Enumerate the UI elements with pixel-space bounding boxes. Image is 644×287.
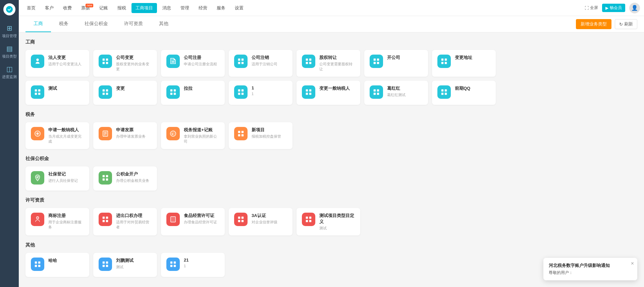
card-new-project[interactable]: 新项目 报税加税控盘保管 <box>229 122 292 149</box>
card-gehonghong[interactable]: 葛红红 葛红红测试 <box>364 81 428 105</box>
card-icon <box>31 258 44 271</box>
card-provident-fund[interactable]: 公积金开户 办理公积金相关业务 <box>93 166 157 191</box>
nav-billing[interactable]: 收费 <box>59 3 76 13</box>
card-icon <box>99 171 112 185</box>
nav-message[interactable]: 消息 <box>158 3 175 13</box>
section-title-xuke: 许可资质 <box>25 197 637 203</box>
card-company-register[interactable]: 公司注册 申请公司注册全流程 <box>161 50 225 77</box>
card-desc: 公司变更需要股权转让 <box>319 62 355 72</box>
card-icon <box>31 171 44 185</box>
svg-rect-29 <box>103 93 105 95</box>
card-name: 21 <box>184 258 219 263</box>
card-import-export[interactable]: 进出口权办理 适用于对外贸易经营者 <box>93 208 157 235</box>
fullscreen-icon: ⛶ <box>585 6 589 10</box>
sidebar-item-progress[interactable]: ◫ 进度监测 <box>0 62 19 82</box>
svg-rect-14 <box>309 62 311 64</box>
nav-settings[interactable]: 设置 <box>231 3 248 13</box>
new-type-button[interactable]: 新增业务类型 <box>576 19 611 29</box>
tab-other[interactable]: 其他 <box>151 16 176 32</box>
gongshang-cards-row2: 测试 变更 拉拉 <box>25 81 637 105</box>
card-desc: 拿到营业执照的新公司 <box>184 134 219 144</box>
card-3a-cert[interactable]: 3A认证 对企业信誉评级 <box>229 208 292 235</box>
card-icon <box>31 213 44 226</box>
svg-rect-3 <box>103 62 105 64</box>
svg-rect-21 <box>441 62 443 64</box>
project-manage-icon: ⊞ <box>5 23 14 33</box>
card-food-license[interactable]: 食品经营许可证 办理食品经营许可证 <box>161 208 225 235</box>
nav-invoice[interactable]: 票据 new <box>77 3 94 13</box>
card-tax-report[interactable]: ¥ 税务报道+记账 拿到营业执照的新公司 <box>161 122 225 149</box>
card-test[interactable]: 测试 <box>25 81 89 105</box>
card-num21[interactable]: 21 1 <box>161 253 225 277</box>
card-apply-tax[interactable]: 申请一般纳税人 当月或次月成变更完成 <box>25 122 89 149</box>
card-trademark[interactable]: 商标注册 用于企业商标注册服务 <box>25 208 89 235</box>
svg-rect-63 <box>106 175 108 177</box>
card-legal-change[interactable]: 法人变更 适用于公司变更法人 <box>25 50 89 77</box>
card-name: 公积金开户 <box>116 171 152 177</box>
tab-shuiwu[interactable]: 税务 <box>51 16 76 32</box>
sidebar-item-project-type[interactable]: ▤ 项目类型 <box>0 41 19 62</box>
nav-manage[interactable]: 管理 <box>176 3 193 13</box>
topnav-right: ⛶ 全屏 ▶ 畅会员 👤 <box>585 3 640 13</box>
card-company-change[interactable]: 公司变更 股权变更外的业务变更 <box>93 50 157 77</box>
svg-rect-4 <box>106 62 108 64</box>
refresh-button[interactable]: ↻ 刷新 <box>615 19 637 29</box>
card-name: 申请发票 <box>116 127 152 133</box>
svg-rect-34 <box>174 93 176 95</box>
card-desc: 葛红红测试 <box>387 92 423 97</box>
card-test-type[interactable]: 测试项目类型目定义 测试 <box>297 208 360 235</box>
tab-shebao[interactable]: 社保公积金 <box>76 16 116 32</box>
sub-header: 工商 税务 社保公积金 许可资质 其他 新增业务类型 ↻ 刷新 <box>19 16 644 32</box>
card-name: 法人变更 <box>48 55 84 61</box>
card-liupeng[interactable]: 刘鹏测试 测试 <box>93 253 157 277</box>
card-desc: 办理申请发票业务 <box>116 134 152 139</box>
card-lala[interactable]: 拉拉 <box>161 81 225 105</box>
nav-home[interactable]: 首页 <box>23 3 40 13</box>
card-name: 社保登记 <box>48 171 84 177</box>
nav-operation[interactable]: 经营 <box>195 3 211 13</box>
card-icon <box>302 213 315 226</box>
card-desc: 测试 <box>319 226 355 231</box>
card-icon <box>234 55 248 68</box>
vip-button[interactable]: ▶ 畅会员 <box>602 4 625 12</box>
svg-rect-64 <box>103 178 105 180</box>
svg-rect-70 <box>106 220 108 222</box>
card-social-insurance[interactable]: 社保登记 进行人员社保登记 <box>25 166 89 191</box>
nav-bizproject[interactable]: 工商项目 <box>131 3 157 13</box>
card-icon <box>234 85 248 99</box>
nav-tax[interactable]: 报税 <box>113 3 130 13</box>
app-logo[interactable] <box>3 3 15 15</box>
card-desc: 适用于对外贸易经营者 <box>116 220 152 230</box>
nav-service[interactable]: 服务 <box>213 3 229 13</box>
card-company-cancel[interactable]: 公司注销 适用于注销公司 <box>229 50 292 77</box>
nav-accounting[interactable]: 记账 <box>95 3 112 13</box>
svg-rect-82 <box>35 265 37 267</box>
svg-rect-26 <box>38 93 40 95</box>
nav-customer[interactable]: 客户 <box>41 3 58 13</box>
card-change-tax[interactable]: 变更一般纳税人 <box>297 81 360 105</box>
card-equity-transfer[interactable]: 股权转让 公司变更需要股权转让 <box>297 50 360 77</box>
card-change-address[interactable]: 变更地址 <box>432 50 496 77</box>
tab-gongshang[interactable]: 工商 <box>25 16 51 32</box>
svg-rect-62 <box>103 175 105 177</box>
sidebar-item-project-manage[interactable]: ⊞ 项目管理 <box>0 21 19 41</box>
card-num1[interactable]: 1 1 <box>229 81 292 105</box>
svg-rect-12 <box>309 59 311 61</box>
svg-rect-18 <box>377 62 379 64</box>
tab-xuke[interactable]: 许可资质 <box>116 16 151 32</box>
card-haha[interactable]: 哈哈 <box>25 253 89 277</box>
svg-rect-30 <box>106 93 108 95</box>
svg-rect-15 <box>374 59 376 61</box>
notification-close[interactable]: × <box>631 261 634 267</box>
fullscreen-button[interactable]: ⛶ 全屏 <box>585 5 598 11</box>
subheader-actions: 新增业务类型 ↻ 刷新 <box>576 19 637 29</box>
svg-rect-88 <box>170 262 172 264</box>
card-preqq[interactable]: 前期QQ <box>432 81 496 105</box>
svg-rect-25 <box>35 93 37 95</box>
card-apply-invoice[interactable]: 申请发票 办理申请发票业务 <box>93 122 157 149</box>
card-icon <box>234 213 248 226</box>
user-avatar[interactable]: 👤 <box>629 3 640 13</box>
main-content: 工商 税务 社保公积金 许可资质 其他 新增业务类型 ↻ 刷新 工商 法人变 <box>19 16 644 287</box>
card-open-company[interactable]: 开公司 <box>364 50 428 77</box>
card-change2[interactable]: 变更 <box>93 81 157 105</box>
